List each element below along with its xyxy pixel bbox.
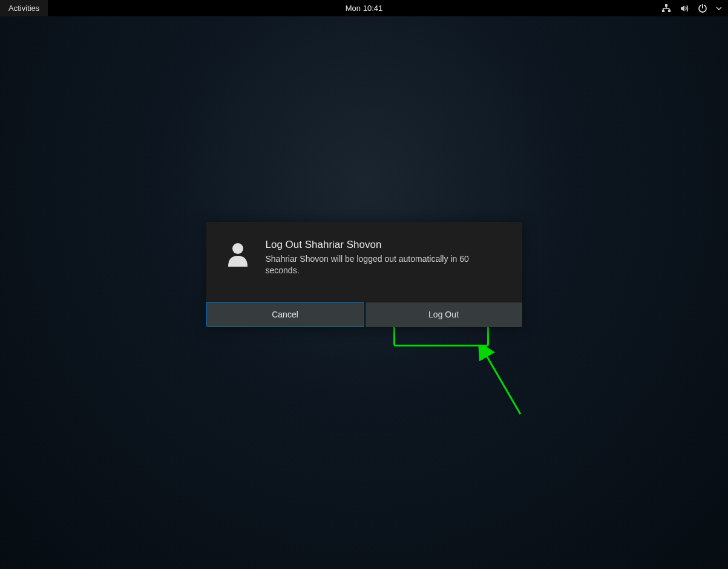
- network-icon[interactable]: [661, 4, 671, 13]
- clock[interactable]: Mon 10:41: [346, 0, 382, 16]
- dialog-text: Log Out Shahriar Shovon Shahriar Shovon …: [266, 239, 505, 276]
- dialog-message: Shahriar Shovon will be logged out autom…: [266, 253, 505, 276]
- volume-icon[interactable]: [680, 4, 689, 13]
- system-tray[interactable]: [661, 4, 728, 13]
- power-icon[interactable]: [698, 4, 707, 13]
- svg-rect-1: [662, 10, 664, 12]
- cancel-button-label: Cancel: [272, 310, 298, 319]
- dialog-title: Log Out Shahriar Shovon: [266, 239, 505, 251]
- svg-rect-0: [665, 4, 667, 7]
- dialog-body: Log Out Shahriar Shovon Shahriar Shovon …: [206, 222, 522, 302]
- dialog-buttons: Cancel Log Out: [206, 302, 522, 327]
- clock-text: Mon 10:41: [346, 4, 382, 13]
- activities-button[interactable]: Activities: [0, 0, 48, 16]
- chevron-down-icon[interactable]: [716, 4, 722, 13]
- cancel-button[interactable]: Cancel: [206, 302, 364, 327]
- activities-label: Activities: [8, 4, 39, 13]
- user-icon: [223, 239, 252, 268]
- logout-button[interactable]: Log Out: [366, 302, 522, 327]
- svg-rect-2: [668, 10, 671, 12]
- svg-point-11: [232, 243, 243, 254]
- logout-button-label: Log Out: [428, 310, 459, 319]
- logout-dialog: Log Out Shahriar Shovon Shahriar Shovon …: [206, 222, 522, 327]
- top-bar: Activities Mon 10:41: [0, 0, 728, 16]
- modal-overlay: Log Out Shahriar Shovon Shahriar Shovon …: [0, 16, 728, 569]
